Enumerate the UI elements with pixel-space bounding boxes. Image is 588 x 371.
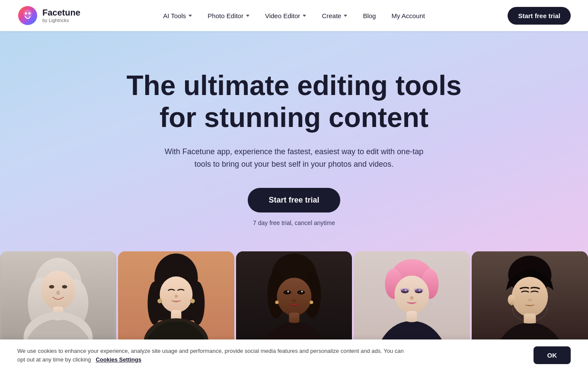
svg-point-47 xyxy=(414,288,424,292)
svg-point-22 xyxy=(174,295,178,298)
svg-point-2 xyxy=(25,13,27,15)
nav-item-my-account: My Account xyxy=(385,9,431,23)
hero-headline: The ultimate editing tools for stunning … xyxy=(126,70,461,133)
logo-subtitle: by Lightricks xyxy=(42,18,80,23)
svg-point-48 xyxy=(410,296,414,300)
chevron-down-icon xyxy=(189,15,192,17)
nav-link-video-editor[interactable]: Video Editor xyxy=(259,9,312,23)
svg-point-54 xyxy=(511,303,513,305)
svg-point-21 xyxy=(190,299,195,303)
nav-links: AI Tools Photo Editor Video Editor Creat… xyxy=(157,9,431,23)
svg-point-3 xyxy=(29,13,31,15)
svg-point-20 xyxy=(157,299,162,303)
svg-rect-49 xyxy=(407,311,417,323)
chevron-down-icon xyxy=(344,15,347,17)
hero-cta-button[interactable]: Start free trial xyxy=(248,188,340,212)
svg-point-46 xyxy=(400,288,410,292)
hero-subtext: With Facetune app, experience the fastes… xyxy=(156,146,432,171)
svg-point-35 xyxy=(310,301,313,304)
svg-point-52 xyxy=(512,277,548,317)
svg-point-41 xyxy=(395,276,429,314)
facetune-logo-icon xyxy=(17,5,38,26)
nav-link-ai-tools[interactable]: AI Tools xyxy=(157,9,198,23)
svg-point-31 xyxy=(297,290,305,295)
nav-link-create[interactable]: Create xyxy=(316,9,353,23)
hero-trial-note: 7 day free trial, cancel anytime xyxy=(253,219,335,226)
svg-point-34 xyxy=(275,301,278,304)
cookies-settings-link[interactable]: Cookies Settings xyxy=(96,356,141,363)
nav-item-ai-tools: AI Tools xyxy=(157,9,198,23)
cookie-ok-button[interactable]: OK xyxy=(534,346,571,364)
nav-link-blog[interactable]: Blog xyxy=(357,9,382,23)
svg-point-30 xyxy=(283,290,291,295)
nav-link-my-account[interactable]: My Account xyxy=(385,9,431,23)
cookie-banner: We use cookies to enhance your experienc… xyxy=(0,339,588,371)
svg-point-9 xyxy=(49,285,54,289)
hero-section: The ultimate editing tools for stunning … xyxy=(0,31,588,371)
svg-point-29 xyxy=(277,278,311,316)
svg-point-33 xyxy=(301,291,303,292)
svg-point-1 xyxy=(23,10,32,18)
navbar: Facetune by Lightricks AI Tools Photo Ed… xyxy=(0,0,588,31)
nav-item-photo-editor: Photo Editor xyxy=(201,9,256,23)
chevron-down-icon xyxy=(246,15,249,17)
svg-point-11 xyxy=(56,291,60,295)
nav-item-blog: Blog xyxy=(357,9,382,23)
nav-item-video-editor: Video Editor xyxy=(259,9,312,23)
logo-title: Facetune xyxy=(42,7,80,18)
cookie-text: We use cookies to enhance your experienc… xyxy=(17,347,406,364)
logo-link[interactable]: Facetune by Lightricks xyxy=(17,5,80,26)
svg-point-10 xyxy=(62,285,67,289)
nav-item-create: Create xyxy=(316,9,353,23)
nav-link-photo-editor[interactable]: Photo Editor xyxy=(201,9,256,23)
chevron-down-icon xyxy=(303,15,306,17)
nav-cta-button[interactable]: Start free trial xyxy=(508,7,571,25)
svg-point-8 xyxy=(41,271,75,310)
svg-point-32 xyxy=(287,291,289,292)
